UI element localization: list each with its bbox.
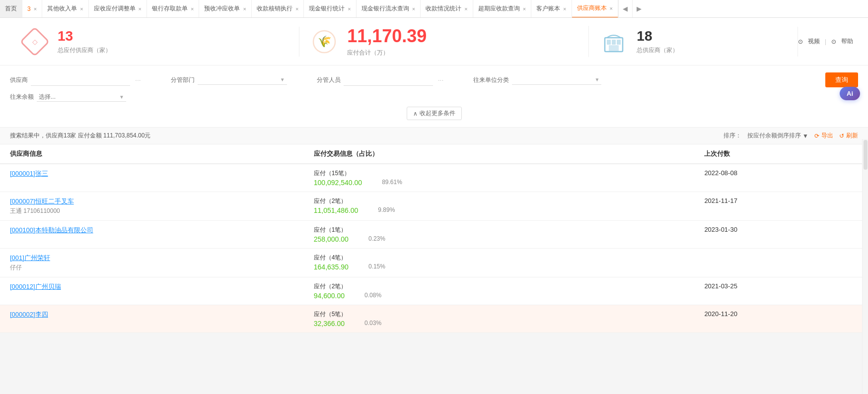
export-button[interactable]: ⟳ 导出 <box>814 131 833 140</box>
last-pay-cell-1: 2022-08-08 <box>694 164 868 192</box>
nav-overdue[interactable]: 超期应收款查询 × <box>473 0 531 18</box>
person-dots: ··· <box>438 76 444 84</box>
ai-label: Ai <box>847 90 853 97</box>
nav-ap-adj[interactable]: 应收应付调整单 × <box>89 0 147 18</box>
total-suppliers-num: 18 <box>637 28 678 44</box>
supplier-sub-2: 王通 17106110000 <box>10 207 294 215</box>
pay-percent-2: 9.89% <box>378 206 395 213</box>
nav-other-income-close[interactable]: × <box>80 6 83 12</box>
nav-prepay-close[interactable]: × <box>243 6 246 12</box>
nav-receipt-stat[interactable]: 收款情况统计 × <box>421 0 473 18</box>
supplier-cell-1: [000001]张三 <box>0 164 304 192</box>
nav-cash-bank-stat[interactable]: 现金银行统计 × <box>304 0 356 18</box>
last-pay-cell-3: 2023-01-30 <box>694 221 868 249</box>
svg-rect-7 <box>617 40 621 45</box>
sort-label: 排序： <box>723 131 741 140</box>
query-button[interactable]: 查询 <box>825 72 858 87</box>
result-bar: 搜索结果中，供应商13家 应付金额 111,703,854.00元 排序： 按应… <box>0 128 868 144</box>
person-input[interactable] <box>344 74 433 86</box>
person-label: 分管人员 <box>317 76 341 84</box>
balance-input[interactable] <box>39 93 119 100</box>
last-pay-date-1: 2022-08-08 <box>704 169 737 177</box>
pay-percent-5: 0.08% <box>364 292 381 299</box>
summary-icon-1: ◇ <box>20 27 50 57</box>
pay-amount-1: 100,092,540.00 <box>314 179 362 187</box>
last-pay-cell-6: 2020-11-20 <box>694 305 868 333</box>
table-row: [000100]本特勒油品有限公司 应付（1笔） 258,000.00 0.23… <box>0 221 868 249</box>
export-icon: ⟳ <box>814 132 819 139</box>
last-pay-date-5: 2021-03-25 <box>704 282 737 290</box>
pay-amount-3: 258,000.00 <box>314 235 349 243</box>
nav-home[interactable]: 首页 <box>0 0 22 18</box>
sort-select[interactable]: 按应付余额倒序排序 ▼ <box>747 131 808 140</box>
filter-supplier: 供应商 ··· <box>10 74 141 86</box>
balance-select-wrapper[interactable]: ▼ <box>37 92 126 102</box>
supplier-link-3[interactable]: [000100]本特勒油品有限公司 <box>10 226 93 234</box>
supplier-link-6[interactable]: [000002]李四 <box>10 311 48 318</box>
nav-receipt-verify[interactable]: 收款核销执行 × <box>252 0 304 18</box>
summary-icon-2: 🌾 <box>309 27 339 57</box>
video-link[interactable]: 视频 <box>808 37 820 46</box>
ai-button[interactable]: Ai <box>840 87 860 100</box>
dept-select-wrapper[interactable]: ▼ <box>198 75 287 85</box>
supplier-link-1[interactable]: [000001]张三 <box>10 170 48 177</box>
nav-bank-deposit-close[interactable]: × <box>191 6 194 12</box>
supplier-link-5[interactable]: [000012]广州贝瑞 <box>10 283 61 290</box>
summary-info-1: 13 总应付供应商（家） <box>58 28 111 55</box>
refresh-button[interactable]: ↺ 刷新 <box>839 131 858 140</box>
total-ap-amount-num: 11,170.39 <box>347 26 427 47</box>
nav-bar: 首页 3 × 其他收入单 × 应收应付调整单 × 银行存取款单 × 预收冲应收单… <box>0 0 868 18</box>
summary-info-2: 11,170.39 应付合计（万） <box>347 26 427 57</box>
category-select-wrapper[interactable]: ▼ <box>512 75 601 85</box>
filter-balance: 往来余额 ▼ <box>10 92 126 102</box>
nav-tab1[interactable]: 3 × <box>22 0 42 18</box>
help-link[interactable]: 帮助 <box>841 37 853 46</box>
supplier-link-2[interactable]: [000007]恒旺二手叉车 <box>10 197 74 205</box>
svg-text:◇: ◇ <box>32 38 38 46</box>
right-scrollbar[interactable] <box>862 139 868 333</box>
nav-cash-bank-flow[interactable]: 现金银行流水查询 × <box>357 0 421 18</box>
nav-supplier-account-close[interactable]: × <box>610 5 613 11</box>
sort-arrow: ▼ <box>802 132 808 139</box>
svg-rect-5 <box>607 40 611 45</box>
nav-customer-account-close[interactable]: × <box>563 6 566 12</box>
nav-cash-bank-flow-close[interactable]: × <box>412 6 415 12</box>
last-pay-cell-2: 2021-11-17 <box>694 192 868 221</box>
category-input[interactable] <box>514 76 594 83</box>
nav-cash-bank-stat-close[interactable]: × <box>348 6 351 12</box>
supplier-cell-4: [001]广州荣轩 仔仔 <box>0 249 304 277</box>
nav-customer-account[interactable]: 客户账本 × <box>531 0 572 18</box>
nav-bank-deposit[interactable]: 银行存取款单 × <box>147 0 199 18</box>
summary-area: ◇ 13 总应付供应商（家） 🌾 11,170.39 应付合计（万） <box>0 18 868 66</box>
supplier-input[interactable] <box>31 74 130 86</box>
svg-rect-6 <box>612 40 616 45</box>
scroll-thumb[interactable] <box>864 140 868 170</box>
nav-receipt-stat-close[interactable]: × <box>464 6 467 12</box>
nav-prepay[interactable]: 预收冲应收单 × <box>199 0 251 18</box>
filter-row-1: 供应商 ··· 分管部门 ▼ 分管人员 ··· 往来单位分类 ▼ <box>10 72 858 87</box>
last-pay-date-3: 2023-01-30 <box>704 226 737 233</box>
nav-ap-adj-close[interactable]: × <box>139 6 142 12</box>
nav-supplier-account[interactable]: 供应商账本 × <box>572 0 618 18</box>
th-supplier-info: 供应商信息 <box>0 144 304 164</box>
collapse-up-arrow: ∧ <box>413 110 418 117</box>
collapse-button[interactable]: ∧ 收起更多条件 <box>407 107 462 120</box>
balance-label: 往来余额 <box>10 93 34 101</box>
nav-arrow-left[interactable]: ◀ <box>618 0 632 18</box>
category-dropdown-arrow: ▼ <box>594 77 599 82</box>
svg-rect-8 <box>609 45 619 52</box>
total-ap-amount-label: 应付合计（万） <box>347 49 427 57</box>
nav-receipt-verify-close[interactable]: × <box>295 6 298 12</box>
ap-cell-5: 应付（2笔） 94,600.00 0.08% <box>304 277 695 305</box>
supplier-label: 供应商 <box>10 76 28 84</box>
nav-tab1-close[interactable]: × <box>34 6 37 12</box>
pay-amount-5: 94,600.00 <box>314 292 345 300</box>
nav-overdue-close[interactable]: × <box>523 6 526 12</box>
filter-category: 往来单位分类 ▼ <box>473 75 601 85</box>
nav-other-income[interactable]: 其他收入单 × <box>42 0 88 18</box>
nav-arrow-right[interactable]: ▶ <box>632 0 646 18</box>
supplier-link-4[interactable]: [001]广州荣轩 <box>10 254 50 262</box>
dept-input[interactable] <box>200 76 280 83</box>
category-label: 往来单位分类 <box>473 76 509 84</box>
th-ap-info: 应付交易信息（占比） <box>304 144 695 164</box>
